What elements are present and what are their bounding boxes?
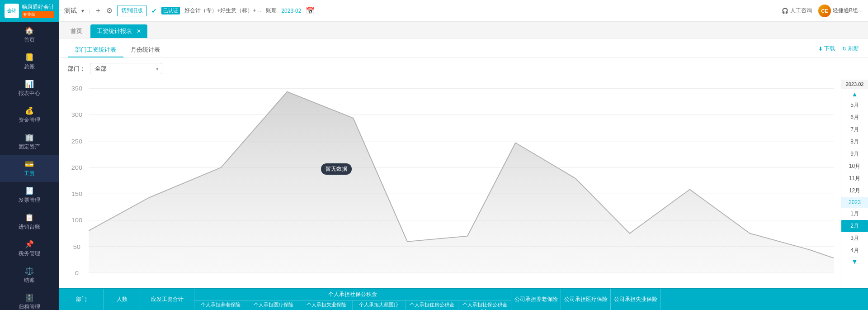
sidebar-item-settle[interactable]: ⚖️ 结账: [0, 262, 59, 289]
date-panel-header: 2023.02: [841, 80, 868, 89]
download-icon: ⬇: [818, 46, 823, 52]
sidebar-item-label: 税务管理: [19, 250, 40, 258]
topbar-tags: 好会计（专）+好生意（标）+…: [184, 7, 261, 14]
svg-text:0: 0: [75, 269, 79, 276]
date-panel-month-1[interactable]: 1月: [841, 208, 868, 220]
th-group-personal: 个人承担社保公积金 个人承担养老保险 个人承担医疗保险 个人承担失业保险 个人承…: [194, 289, 511, 310]
date-panel-month-12[interactable]: 12月: [841, 185, 868, 197]
download-button[interactable]: ⬇ 下载: [818, 45, 835, 52]
dept-filter-wrapper: 全部 部门1 部门2 ▾: [90, 63, 162, 74]
date-panel-month-7[interactable]: 7月: [841, 124, 868, 136]
sidebar-item-label: 首页: [24, 36, 35, 44]
sidebar-item-label: 工资: [24, 170, 35, 177]
date-panel-down-arrow[interactable]: ▼: [850, 257, 859, 267]
sidebar-item-label: 进销台账: [19, 223, 40, 231]
refresh-button[interactable]: ↻ 刷新: [842, 45, 859, 52]
date-panel-month-4[interactable]: 4月: [841, 244, 868, 257]
sub-tab-dept[interactable]: 部门工资统计表: [68, 43, 123, 57]
sidebar-item-label: 归档管理: [19, 303, 40, 310]
th-personal-medical: 个人承担医疗保险: [247, 300, 300, 310]
date-panel-month-5[interactable]: 5月: [841, 99, 868, 111]
th-personal-total: 个人承担社保公积金合计: [458, 300, 511, 310]
sidebar-item-assets[interactable]: 🏢 固定资产: [0, 129, 59, 155]
dept-filter-label: 部门：: [68, 65, 85, 73]
calendar-icon[interactable]: 📅: [306, 6, 315, 15]
date-panel-month-8[interactable]: 8月: [841, 136, 868, 148]
tab-close-button[interactable]: ✕: [137, 28, 141, 34]
date-panel-month-2[interactable]: 2月: [841, 220, 868, 232]
refresh-icon: ↻: [842, 46, 847, 52]
filter-bar: 部门： 全部 部门1 部门2 ▾: [59, 57, 868, 80]
sidebar-item-reports[interactable]: 📊 报表中心: [0, 75, 59, 102]
sidebar-item-archive[interactable]: 🗄️ 归档管理: [0, 289, 59, 310]
th-personal-unemployment: 个人承担失业保险: [300, 300, 353, 310]
svg-text:350: 350: [71, 85, 83, 92]
date-panel-month-10[interactable]: 10月: [841, 160, 868, 172]
date-panel-month-11[interactable]: 11月: [841, 172, 868, 185]
date-panel: 2023.02 ▲ 5月 6月 7月 8月 9月 10月 11月 12月 202…: [841, 80, 868, 288]
main-area: 测试 ▾ | ＋ ⚙ 切到旧版 ✔ 已认证 好会计（专）+好生意（标）+… 账期…: [59, 0, 868, 310]
topbar-right: 🎧 人工咨询 CE 轻捷通B组...: [782, 5, 863, 17]
topbar: 测试 ▾ | ＋ ⚙ 切到旧版 ✔ 已认证 好会计（专）+好生意（标）+… 账期…: [59, 0, 868, 22]
svg-text:300: 300: [71, 111, 83, 118]
sub-tab-bar: 部门工资统计表 月份统计表 ⬇ 下载 ↻ 刷新: [59, 38, 868, 57]
th-company-unemployment: 公司承担失业保险: [611, 289, 660, 310]
th-company-medical: 公司承担医疗保险: [561, 289, 611, 310]
tax-icon: 📌: [25, 240, 34, 248]
add-button[interactable]: ＋: [94, 6, 102, 15]
ledger-icon: 📒: [25, 53, 34, 62]
tab-home[interactable]: 首页: [64, 24, 89, 38]
period-label: 账期: [266, 7, 277, 14]
table-header: 部门 人数 应发工资合计 个人承担社保公积金 个人承担养老保险 个人承担医疗保险…: [59, 288, 868, 310]
switch-version-button[interactable]: 切到旧版: [117, 5, 147, 16]
date-panel-month-6[interactable]: 6月: [841, 111, 868, 124]
sales-icon: 📋: [25, 213, 34, 222]
date-panel-year-2023[interactable]: 2023: [841, 197, 868, 208]
sidebar-item-label: 资金管理: [19, 116, 40, 124]
topbar-title: 测试: [64, 7, 77, 15]
sub-tab-monthly[interactable]: 月份统计表: [123, 43, 167, 57]
topbar-dropdown-arrow[interactable]: ▾: [81, 8, 84, 14]
sidebar-item-ledger[interactable]: 📒 总账: [0, 48, 59, 75]
area-chart: 350 300 250 200 150 100 50 0: [59, 80, 840, 288]
th-total-salary: 应发工资合计: [140, 289, 194, 310]
date-panel-month-3[interactable]: 3月: [841, 232, 868, 244]
svg-text:200: 200: [71, 164, 83, 171]
sidebar-item-funds[interactable]: 💰 资金管理: [0, 102, 59, 129]
th-group-personal-label: 个人承担社保公积金: [194, 289, 511, 300]
th-dept: 部门: [59, 289, 104, 310]
sidebar-item-sales[interactable]: 📋 进销台账: [0, 209, 59, 235]
settings-gear-icon[interactable]: ⚙: [106, 6, 113, 15]
sidebar-item-label: 发票管理: [19, 196, 40, 204]
certified-icon: ✔: [151, 7, 157, 14]
date-panel-month-9[interactable]: 9月: [841, 148, 868, 160]
sidebar-item-tax[interactable]: 📌 税务管理: [0, 235, 59, 262]
th-personal-pension: 个人承担养老保险: [194, 300, 247, 310]
tab-bar: 首页 工资统计报表 ✕: [59, 22, 868, 38]
date-panel-up-arrow[interactable]: ▲: [850, 89, 859, 99]
user-menu[interactable]: CE 轻捷通B组...: [818, 5, 863, 17]
th-personal-housing-fund: 个人承担住房公积金: [406, 300, 458, 310]
chart-svg-area: 350 300 250 200 150 100 50 0: [59, 80, 840, 288]
sidebar-item-invoice[interactable]: 🧾 发票管理: [0, 182, 59, 209]
sidebar: 会计 畅康通好会计 专业版 🏠 首页 📒 总账 📊 报表中心 💰 资金管理 🏢 …: [0, 0, 59, 310]
tab-payroll-report[interactable]: 工资统计报表 ✕: [90, 24, 147, 38]
svg-text:250: 250: [71, 138, 83, 144]
logo-badge: 专业版: [22, 11, 54, 18]
sidebar-item-label: 结账: [24, 277, 35, 284]
certified-badge: 已认证: [161, 7, 180, 14]
ai-consult-button[interactable]: 🎧 人工咨询: [782, 7, 812, 14]
chart-container: 350 300 250 200 150 100 50 0: [59, 80, 868, 288]
period-value: 2023-02: [281, 8, 301, 14]
svg-text:100: 100: [71, 217, 83, 224]
dept-filter-select[interactable]: 全部 部门1 部门2: [90, 63, 162, 74]
sidebar-item-label: 固定资产: [19, 143, 40, 151]
avatar: CE: [818, 5, 831, 17]
sidebar-item-label: 总账: [24, 63, 35, 71]
th-personal-major-medical: 个人承担大额医疗: [353, 300, 406, 310]
sidebar-item-home[interactable]: 🏠 首页: [0, 22, 59, 48]
sidebar-item-payroll[interactable]: 💳 工资: [0, 155, 59, 182]
svg-text:150: 150: [71, 191, 83, 197]
payroll-icon: 💳: [25, 160, 34, 168]
funds-icon: 💰: [25, 106, 34, 115]
